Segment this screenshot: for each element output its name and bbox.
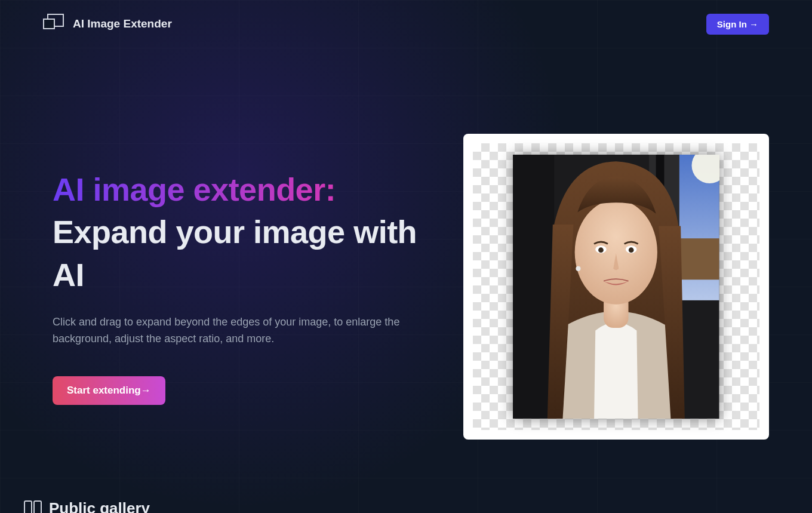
- svg-rect-1: [44, 19, 54, 29]
- site-header: AI Image Extender Sign In →: [0, 0, 812, 48]
- hero-title-gradient: AI image extender:: [53, 171, 336, 207]
- hero-section: AI image extender: Expand your image wit…: [0, 48, 812, 440]
- svg-rect-17: [34, 501, 41, 514]
- svg-point-15: [576, 266, 581, 271]
- svg-rect-3: [513, 155, 554, 419]
- grid-icon: [24, 500, 42, 514]
- hero-preview-card: [463, 134, 769, 440]
- brand-link[interactable]: AI Image Extender: [43, 14, 172, 34]
- sample-photo: [513, 155, 719, 419]
- hero-subtitle: Click and drag to expand beyond the edge…: [53, 314, 439, 348]
- signin-button[interactable]: Sign In →: [706, 14, 769, 35]
- public-gallery-section: Public gallery: [0, 440, 812, 513]
- gallery-title: Public gallery: [49, 499, 150, 513]
- svg-rect-5: [678, 238, 719, 279]
- hero-title: AI image extender: Expand your image wit…: [53, 168, 439, 296]
- brand-name: AI Image Extender: [73, 17, 172, 30]
- svg-point-10: [575, 200, 657, 305]
- transparency-canvas: [473, 143, 759, 430]
- svg-rect-16: [24, 501, 32, 514]
- start-extending-button[interactable]: Start extending→: [53, 376, 165, 405]
- hero-title-rest: Expand your image with AI: [53, 214, 417, 292]
- hero-copy: AI image extender: Expand your image wit…: [53, 168, 439, 405]
- logo-icon: [43, 14, 64, 34]
- svg-point-12: [598, 248, 604, 253]
- svg-point-14: [629, 248, 634, 253]
